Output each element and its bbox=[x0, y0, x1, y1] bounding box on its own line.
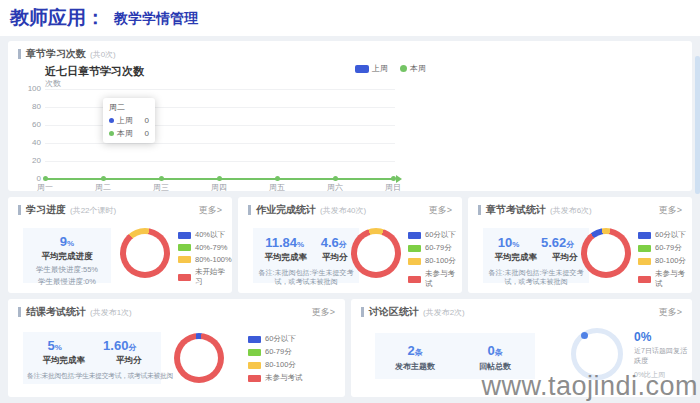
legend-item: 60-79分 bbox=[408, 243, 462, 253]
final-exam-stats-card: 结课考试统计 (共发布1次) 更多> 5% 1.60分 平均完成率 平均分 备注… bbox=[8, 299, 345, 397]
section-subtitle: (共0次) bbox=[90, 49, 116, 60]
homework-donut-chart bbox=[351, 228, 401, 278]
legend-item: 80-100分 bbox=[408, 256, 462, 266]
swatch-icon bbox=[408, 258, 421, 265]
section-subtitle: (共发布6次) bbox=[550, 205, 592, 216]
swatch-icon bbox=[638, 276, 651, 283]
topics-stat: 2条 发布主题数 bbox=[375, 341, 455, 372]
more-link[interactable]: 更多> bbox=[312, 306, 335, 319]
data-point[interactable] bbox=[43, 176, 48, 181]
stat-footnote: 备注:未批阅包括:学生未提交考试，或考试未被批阅 bbox=[253, 268, 359, 287]
legend-item: 60分以下 bbox=[248, 334, 303, 344]
x-tick: 周五 bbox=[262, 182, 292, 193]
progress-donut-chart bbox=[120, 228, 170, 278]
swatch-icon bbox=[248, 375, 261, 382]
card-title-row: 结课考试统计 (共发布1次) 更多> bbox=[18, 305, 335, 319]
y-tick: 80 bbox=[16, 102, 41, 111]
legend-label: 上周 bbox=[372, 63, 388, 74]
watermark: www.taojindi.com bbox=[481, 371, 698, 402]
title-marker bbox=[18, 205, 21, 215]
legend-item: 80-100分 bbox=[638, 256, 692, 266]
x-tick: 周日 bbox=[378, 182, 408, 193]
chapter-study-card: 章节学习次数 (共0次) 近七日章节学习次数 次数 上周 本周 100 80 6… bbox=[8, 41, 692, 191]
swatch-icon bbox=[178, 244, 191, 251]
tooltip-series-name: 上周 bbox=[117, 115, 133, 126]
chart-title: 近七日章节学习次数 bbox=[45, 64, 144, 79]
last-week-swatch-icon bbox=[355, 65, 369, 73]
homework-stats-card: 作业完成统计 (共发布40次) 更多> 11.84% 4.6分 平均完成率 平均… bbox=[238, 197, 462, 293]
legend-item: 未参与考试 bbox=[638, 269, 692, 289]
axis-arrow-icon bbox=[396, 175, 402, 183]
legend-item-this-week[interactable]: 本周 bbox=[400, 63, 426, 74]
legend-item: 60-79分 bbox=[248, 347, 303, 357]
legend-item: 未参与考试 bbox=[408, 269, 462, 289]
x-tick: 周六 bbox=[320, 182, 350, 193]
stat-footnote: 备注:未批阅包括:学生未提交考试，或考试未被批阅 bbox=[483, 268, 589, 287]
x-tick: 周三 bbox=[146, 182, 176, 193]
stat-label: 平均完成进度 bbox=[23, 251, 111, 263]
more-link[interactable]: 更多> bbox=[199, 204, 222, 217]
legend-item-last-week[interactable]: 上周 bbox=[355, 63, 388, 74]
card-title-row: 讨论区统计 (共发布2次) 更多> bbox=[361, 305, 682, 319]
this-week-dot-icon bbox=[400, 65, 407, 72]
stat-labels: 平均完成率 平均分 bbox=[23, 354, 161, 367]
stat-labels: 平均完成率 平均分 bbox=[483, 251, 589, 264]
gauge-description: 近7日话题回复活跃度 bbox=[634, 346, 692, 366]
data-point[interactable] bbox=[159, 176, 164, 181]
data-point[interactable] bbox=[101, 176, 106, 181]
app-title: 教师应用： bbox=[10, 5, 105, 31]
data-point[interactable] bbox=[333, 176, 338, 181]
gauge-value: 0% bbox=[634, 330, 692, 344]
section-title: 作业完成统计 bbox=[256, 203, 316, 217]
gridline bbox=[45, 107, 395, 108]
y-axis-label: 次数 bbox=[45, 78, 61, 89]
stat-box: 11.84% 4.6分 平均完成率 平均分 备注:未批阅包括:学生未提交考试，或… bbox=[253, 228, 359, 283]
section-subtitle: (共22个课时) bbox=[70, 205, 116, 216]
stat-labels: 平均完成率 平均分 bbox=[253, 251, 359, 264]
card-title-row: 学习进度 (共22个课时) 更多> bbox=[18, 203, 222, 217]
tooltip-title: 周二 bbox=[109, 102, 149, 113]
legend-item: 60-79分 bbox=[638, 243, 692, 253]
swatch-icon bbox=[408, 245, 421, 252]
legend-item: 60分以下 bbox=[408, 230, 462, 240]
donut-legend: 60分以下 60-79分 80-100分 未参与考试 bbox=[408, 230, 462, 289]
gauge-pointer-icon bbox=[581, 332, 588, 339]
middle-row: 学习进度 (共22个课时) 更多> 9% 平均完成进度 学生最快进度:55% 学… bbox=[8, 197, 692, 293]
tooltip-value: 0 bbox=[139, 116, 149, 125]
tooltip-row: 本周 0 bbox=[109, 128, 149, 139]
app-header: 教师应用： 教学学情管理 bbox=[0, 0, 700, 36]
title-marker bbox=[361, 307, 364, 317]
card-title-row: 章节学习次数 (共0次) bbox=[18, 47, 682, 61]
section-title: 学习进度 bbox=[26, 203, 66, 217]
swatch-icon bbox=[248, 362, 261, 369]
x-tick: 周四 bbox=[204, 182, 234, 193]
legend-item: 40%以下 bbox=[178, 230, 232, 240]
stat-value: 9% bbox=[23, 232, 111, 250]
data-point[interactable] bbox=[217, 176, 222, 181]
section-title: 讨论区统计 bbox=[369, 305, 419, 319]
section-title: 章节考试统计 bbox=[486, 203, 546, 217]
section-subtitle: (共发布40次) bbox=[320, 205, 366, 216]
scrollbar-thumb[interactable] bbox=[695, 56, 700, 194]
dashboard: 章节学习次数 (共0次) 近七日章节学习次数 次数 上周 本周 100 80 6… bbox=[0, 36, 700, 397]
more-link[interactable]: 更多> bbox=[659, 204, 682, 217]
legend-item: 未参与考试 bbox=[248, 373, 303, 383]
swatch-icon bbox=[248, 336, 261, 343]
gridline bbox=[45, 143, 395, 144]
more-link[interactable]: 更多> bbox=[429, 204, 452, 217]
stat-box: 5% 1.60分 平均完成率 平均分 备注:未批阅包括:学生未提交考试，或考试未… bbox=[23, 332, 161, 384]
card-title-row: 章节考试统计 (共发布6次) 更多> bbox=[478, 203, 682, 217]
tooltip-value: 0 bbox=[139, 129, 149, 138]
gridline bbox=[45, 89, 395, 90]
chapter-exam-stats-card: 章节考试统计 (共发布6次) 更多> 10% 5.62分 平均完成率 平均分 备… bbox=[468, 197, 692, 293]
stat-box: 9% 平均完成进度 学生最快进度:55% 学生最慢进度:0% bbox=[23, 228, 111, 283]
swatch-icon bbox=[248, 349, 261, 356]
stat-values: 5% 1.60分 bbox=[23, 336, 161, 354]
page-title: 教学学情管理 bbox=[114, 8, 198, 28]
replies-stat: 0条 回帖总数 bbox=[455, 341, 535, 372]
title-marker bbox=[18, 307, 21, 317]
title-marker bbox=[18, 49, 21, 59]
more-link[interactable]: 更多> bbox=[659, 306, 682, 319]
chart-legend: 上周 本周 bbox=[355, 63, 426, 74]
data-point[interactable] bbox=[275, 176, 280, 181]
